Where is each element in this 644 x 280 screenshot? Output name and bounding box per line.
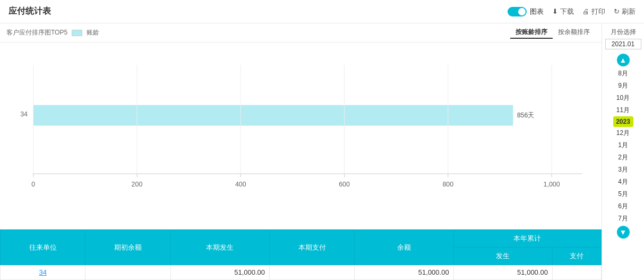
chart-toolbar: 客户应付排序图TOP5 账龄 按账龄排序 按余额排序: [0, 23, 602, 43]
scroll-down-button[interactable]: ▼: [617, 226, 630, 239]
refresh-label: 刷新: [622, 7, 636, 16]
chart-legend: 客户应付排序图TOP5 账龄: [6, 28, 99, 37]
refresh-button[interactable]: ↻ 刷新: [614, 7, 636, 16]
month-item-12[interactable]: 12月: [602, 127, 644, 139]
table-wrapper: 往来单位 期初余额 本期发生 本期支付 余额 本年累计 发生 支付: [0, 230, 602, 280]
bar-chart: 34 856天 0 200 400: [8, 48, 593, 197]
scroll-up-button[interactable]: ▲: [617, 54, 630, 66]
download-icon: ⬇: [552, 7, 558, 15]
legend-box-label: 账龄: [87, 28, 99, 37]
sort-by-age-button[interactable]: 按账龄排序: [510, 27, 553, 39]
print-label: 打印: [591, 7, 605, 16]
data-table: 往来单位 期初余额 本期发生 本期支付 余额 本年累计 发生 支付: [0, 230, 602, 280]
col-header-current-occur: 本期发生: [170, 230, 269, 265]
svg-text:856天: 856天: [517, 112, 535, 119]
sidebar-label: 月份选择: [611, 28, 636, 37]
svg-text:800: 800: [442, 180, 453, 188]
print-button[interactable]: 🖨 打印: [582, 7, 605, 16]
month-list: 8月 9月 10月 11月 2023 12月 1月 2月 3月 4月 5月 6月…: [602, 67, 644, 225]
chart-toggle[interactable]: [508, 7, 527, 16]
table-row: 34 51,000.00 51,000.00 51,000.00: [1, 265, 602, 280]
svg-text:200: 200: [132, 180, 143, 188]
chart-sort-buttons: 按账龄排序 按余额排序: [510, 27, 595, 39]
svg-text:34: 34: [20, 111, 28, 118]
content-area: 客户应付排序图TOP5 账龄 按账龄排序 按余额排序 34 856天: [0, 23, 644, 280]
refresh-icon: ↻: [614, 7, 620, 15]
download-button[interactable]: ⬇ 下载: [552, 7, 574, 16]
cell-balance: 51,000.00: [355, 265, 453, 280]
col-header-ytd-group: 本年累计: [453, 230, 601, 248]
month-item-1[interactable]: 1月: [602, 139, 644, 151]
col-header-balance: 余额: [355, 230, 453, 265]
svg-text:0: 0: [31, 180, 35, 188]
cell-opening: [85, 265, 170, 280]
cell-current-pay: [270, 265, 355, 280]
month-item-7[interactable]: 7月: [602, 213, 644, 225]
month-item-10[interactable]: 10月: [602, 92, 644, 104]
svg-text:1,000: 1,000: [544, 180, 560, 188]
cell-current-occur: 51,000.00: [170, 265, 269, 280]
col-header-ytd-occur: 发生: [453, 248, 552, 265]
unit-link[interactable]: 34: [39, 268, 46, 276]
download-label: 下载: [560, 7, 574, 16]
sort-by-balance-button[interactable]: 按余额排序: [553, 27, 595, 39]
legend-text: 客户应付排序图TOP5: [6, 28, 67, 37]
cell-ytd-occur: 51,000.00: [453, 265, 552, 280]
month-item-2[interactable]: 2月: [602, 151, 644, 164]
cell-ytd-pay: [552, 265, 601, 280]
year-2023-marker: 2023: [613, 116, 633, 127]
month-item-4[interactable]: 4月: [602, 176, 644, 188]
month-item-9[interactable]: 9月: [602, 80, 644, 92]
svg-text:400: 400: [235, 180, 246, 188]
col-header-unit: 往来单位: [1, 230, 85, 265]
svg-rect-1: [33, 105, 513, 126]
col-header-current-pay: 本期支付: [270, 230, 355, 265]
print-icon: 🖨: [582, 7, 589, 15]
cell-unit: 34: [1, 265, 85, 280]
page-title: 应付统计表: [8, 6, 51, 17]
chart-section: 客户应付排序图TOP5 账龄 按账龄排序 按余额排序 34 856天: [0, 23, 602, 280]
legend-box: [72, 30, 82, 36]
month-item-5[interactable]: 5月: [602, 188, 644, 200]
table-section: 往来单位 期初余额 本期发生 本期支付 余额 本年累计 发生 支付: [0, 229, 602, 280]
col-header-ytd-pay: 支付: [552, 248, 601, 265]
right-sidebar: 月份选择 ▲ 8月 9月 10月 11月 2023 12月 1月 2月 3月 4…: [602, 23, 644, 280]
chart-label: 图表: [530, 7, 544, 16]
svg-text:600: 600: [339, 180, 350, 188]
chart-toggle-wrap: 图表: [508, 7, 544, 16]
year-input[interactable]: [605, 39, 641, 49]
month-item-3[interactable]: 3月: [602, 164, 644, 176]
chart-area: 34 856天 0 200 400: [0, 43, 602, 229]
header-actions: 图表 ⬇ 下载 🖨 打印 ↻ 刷新: [508, 7, 636, 16]
month-item-6[interactable]: 6月: [602, 200, 644, 213]
month-item-8[interactable]: 8月: [602, 67, 644, 80]
col-header-opening: 期初余额: [85, 230, 170, 265]
month-item-11[interactable]: 11月: [602, 104, 644, 116]
page-header: 应付统计表 图表 ⬇ 下载 🖨 打印 ↻ 刷新: [0, 0, 644, 23]
